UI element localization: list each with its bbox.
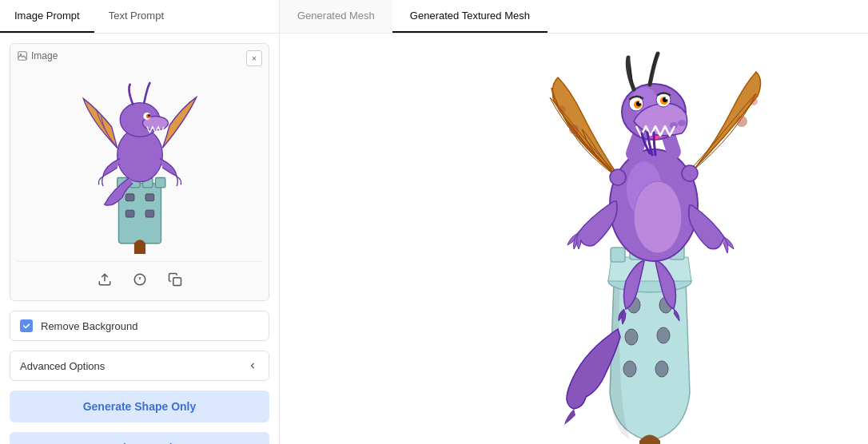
svg-point-44 — [678, 120, 686, 126]
svg-point-26 — [657, 327, 670, 343]
chevron-left-icon — [246, 359, 259, 372]
svg-rect-4 — [145, 194, 154, 201]
image-preview — [17, 66, 262, 258]
svg-rect-5 — [125, 210, 134, 217]
svg-point-52 — [666, 97, 668, 100]
remove-background-row: Remove Background — [10, 311, 269, 341]
copy-icon-button[interactable] — [164, 268, 186, 291]
image-label: Image — [31, 50, 58, 61]
tab-generated-textured-mesh[interactable]: Generated Textured Mesh — [392, 0, 547, 33]
right-panel: Generated Mesh Generated Textured Mesh — [280, 0, 868, 444]
left-panel-content: Image × — [0, 34, 279, 444]
svg-rect-3 — [125, 194, 134, 201]
svg-point-39 — [736, 116, 747, 127]
tab-generated-mesh[interactable]: Generated Mesh — [280, 0, 392, 33]
right-panel-content — [280, 34, 868, 444]
svg-point-48 — [639, 101, 642, 104]
image-upload-area: Image × — [10, 43, 269, 301]
remove-background-label: Remove Background — [41, 320, 137, 332]
svg-point-27 — [623, 361, 636, 377]
left-tabs-header: Image Prompt Text Prompt — [0, 0, 279, 34]
svg-point-54 — [682, 165, 698, 181]
generate-shape-only-button[interactable]: Generate Shape Only — [10, 390, 269, 422]
svg-point-36 — [634, 181, 682, 253]
svg-rect-21 — [173, 278, 181, 286]
upload-icon-button[interactable] — [94, 268, 116, 291]
image-label-row: Image — [17, 50, 262, 61]
advanced-options-label: Advanced Options — [20, 360, 105, 372]
left-panel: Image Prompt Text Prompt Image × — [0, 0, 280, 444]
advanced-options-row[interactable]: Advanced Options — [10, 351, 269, 381]
dragon-3d-model — [510, 50, 830, 444]
svg-point-25 — [625, 329, 638, 345]
svg-point-40 — [750, 97, 758, 105]
generate-shape-and-texture-button[interactable]: Generate Shape and Texture — [10, 432, 269, 444]
right-tabs-header: Generated Mesh Generated Textured Mesh — [280, 0, 868, 34]
tab-image-prompt[interactable]: Image Prompt — [0, 0, 94, 33]
svg-rect-30 — [611, 248, 625, 262]
svg-point-53 — [610, 169, 626, 185]
tab-text-prompt[interactable]: Text Prompt — [94, 0, 178, 33]
image-actions-row — [17, 261, 262, 294]
remove-background-checkbox[interactable] — [20, 319, 33, 332]
svg-point-16 — [148, 114, 150, 117]
close-image-button[interactable]: × — [246, 50, 262, 66]
model-display — [280, 34, 868, 444]
reference-icon-button[interactable] — [129, 268, 151, 291]
image-icon — [17, 50, 28, 61]
svg-rect-10 — [155, 177, 165, 187]
svg-rect-6 — [145, 210, 154, 217]
svg-point-28 — [655, 361, 668, 377]
